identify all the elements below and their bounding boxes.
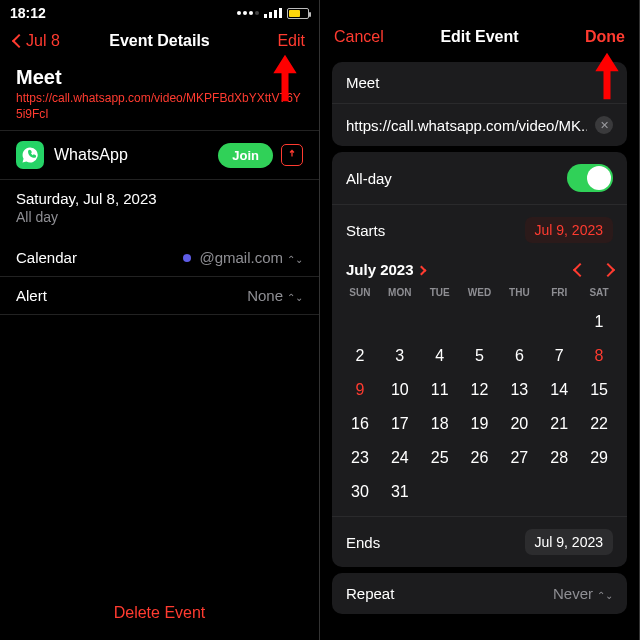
calendar-day[interactable]: 6	[499, 342, 539, 370]
dow-label: THU	[499, 283, 539, 302]
alert-row[interactable]: Alert None⌃⌄	[0, 277, 319, 315]
calendar-label: Calendar	[16, 249, 77, 266]
calendar-day[interactable]: 22	[579, 410, 619, 438]
calendar-day[interactable]: 10	[380, 376, 420, 404]
event-title: Meet	[16, 66, 303, 89]
alert-value: None⌃⌄	[247, 287, 303, 304]
calendar-day[interactable]: 3	[380, 342, 420, 370]
chevron-left-icon	[12, 34, 26, 48]
calendar-day[interactable]: 12	[460, 376, 500, 404]
share-icon[interactable]	[281, 144, 303, 166]
ends-label: Ends	[346, 534, 380, 551]
calendar-day[interactable]: 1	[579, 308, 619, 336]
calendar-day[interactable]: 29	[579, 444, 619, 472]
calendar-day[interactable]: 17	[380, 410, 420, 438]
prev-month-button[interactable]	[573, 263, 587, 277]
calendar-day[interactable]: 7	[539, 342, 579, 370]
done-button[interactable]: Done	[585, 28, 625, 46]
calendar-day[interactable]: 27	[499, 444, 539, 472]
nav-bar: Cancel Edit Event Done	[320, 18, 639, 56]
alert-label: Alert	[16, 287, 47, 304]
dow-label: MON	[380, 283, 420, 302]
dow-label: TUE	[420, 283, 460, 302]
calendar-day[interactable]: 13	[499, 376, 539, 404]
calendar-day[interactable]: 11	[420, 376, 460, 404]
calendar-day[interactable]: 14	[539, 376, 579, 404]
calendar-row[interactable]: Calendar @gmail.com⌃⌄	[0, 239, 319, 277]
status-bar: 18:12	[0, 0, 319, 22]
month-picker[interactable]: July 2023	[346, 261, 425, 279]
calendar-day[interactable]: 18	[420, 410, 460, 438]
calendar-day[interactable]: 9	[340, 376, 380, 404]
cancel-button[interactable]: Cancel	[334, 28, 384, 46]
calendar-day[interactable]: 26	[460, 444, 500, 472]
back-button[interactable]: Jul 8	[14, 32, 60, 50]
event-details-screen: 18:12 Jul 8 Event Details Edit Meet http…	[0, 0, 320, 640]
url-input[interactable]: https://call.whatsapp.com/video/MK...	[346, 117, 587, 134]
calendar-day[interactable]: 15	[579, 376, 619, 404]
join-button[interactable]: Join	[218, 143, 273, 168]
calendar-header: July 2023	[332, 255, 627, 281]
calendar-day[interactable]: 4	[420, 342, 460, 370]
app-name: WhatsApp	[54, 146, 128, 164]
edit-button[interactable]: Edit	[277, 32, 305, 50]
calendar-day[interactable]: 25	[420, 444, 460, 472]
allday-label: All-day	[346, 170, 392, 187]
calendar-day[interactable]: 28	[539, 444, 579, 472]
app-row: WhatsApp Join	[0, 130, 319, 180]
dow-label: SUN	[340, 283, 380, 302]
edit-event-screen: Cancel Edit Event Done https://call.what…	[320, 0, 640, 640]
date-block: Saturday, Jul 8, 2023 All day	[0, 180, 319, 239]
event-date: Saturday, Jul 8, 2023	[16, 190, 303, 207]
calendar-day[interactable]: 24	[380, 444, 420, 472]
whatsapp-icon	[16, 141, 44, 169]
clear-icon[interactable]: ✕	[595, 116, 613, 134]
starts-value[interactable]: Jul 9, 2023	[525, 217, 614, 243]
nav-bar: Jul 8 Event Details Edit	[0, 22, 319, 60]
ends-value[interactable]: Jul 9, 2023	[525, 529, 614, 555]
title-input[interactable]	[346, 74, 613, 91]
delete-event-button[interactable]: Delete Event	[0, 604, 319, 622]
calendar-day[interactable]: 30	[340, 478, 380, 506]
repeat-card: Repeat Never⌃⌄	[332, 573, 627, 614]
repeat-value: Never⌃⌄	[553, 585, 613, 602]
time-card: All-day Starts Jul 9, 2023 July 2023 SUN…	[332, 152, 627, 567]
calendar-day[interactable]: 23	[340, 444, 380, 472]
calendar-grid: SUNMONTUEWEDTHUFRISAT1234567891011121314…	[332, 281, 627, 516]
calendar-value: @gmail.com⌃⌄	[199, 249, 303, 266]
dow-label: FRI	[539, 283, 579, 302]
calendar-day[interactable]: 2	[340, 342, 380, 370]
calendar-day[interactable]: 16	[340, 410, 380, 438]
repeat-label: Repeat	[346, 585, 394, 602]
calendar-dot-icon	[183, 254, 191, 262]
chevron-right-icon	[416, 266, 426, 276]
title-card: https://call.whatsapp.com/video/MK... ✕	[332, 62, 627, 146]
calendar-day[interactable]: 20	[499, 410, 539, 438]
next-month-button[interactable]	[601, 263, 615, 277]
calendar-day[interactable]: 8	[579, 342, 619, 370]
calendar-day[interactable]: 5	[460, 342, 500, 370]
calendar-day[interactable]: 31	[380, 478, 420, 506]
event-url[interactable]: https://call.whatsapp.com/video/MKPFBdXb…	[16, 91, 303, 122]
status-indicators	[237, 8, 309, 19]
calendar-day[interactable]: 21	[539, 410, 579, 438]
allday-toggle[interactable]	[567, 164, 613, 192]
repeat-row[interactable]: Repeat Never⌃⌄	[332, 573, 627, 614]
calendar-day[interactable]: 19	[460, 410, 500, 438]
event-allday: All day	[16, 209, 303, 225]
dow-label: SAT	[579, 283, 619, 302]
event-header: Meet https://call.whatsapp.com/video/MKP…	[0, 60, 319, 130]
starts-label: Starts	[346, 222, 385, 239]
status-time: 18:12	[10, 5, 46, 21]
dow-label: WED	[460, 283, 500, 302]
